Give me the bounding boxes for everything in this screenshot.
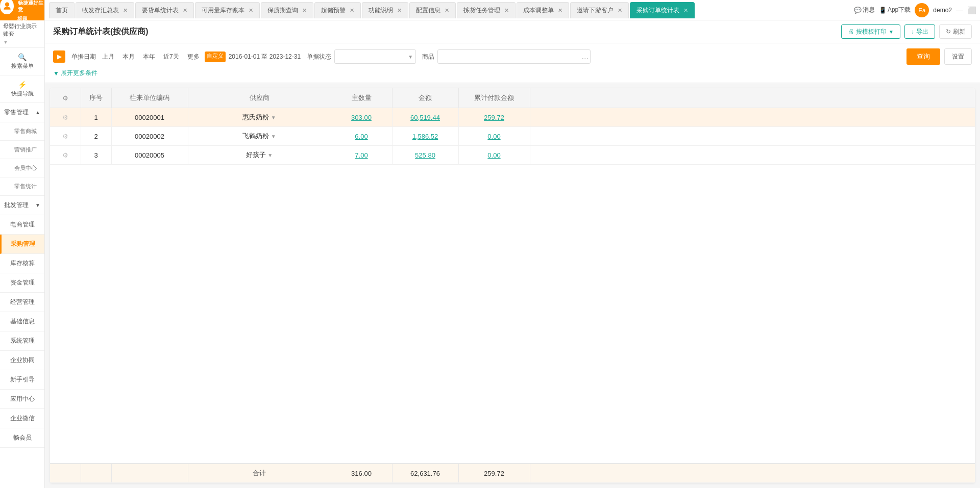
- supplier-expand-icon[interactable]: ▼: [271, 134, 276, 139]
- username-label[interactable]: demo2: [933, 7, 952, 14]
- settings-gear-icon[interactable]: ⚙: [62, 94, 68, 102]
- export-btn[interactable]: ↓ 导出: [904, 24, 935, 39]
- supplier-expand-icon[interactable]: ▼: [267, 152, 273, 158]
- cell-supplier-0[interactable]: 惠氏奶粉 ▼: [188, 108, 331, 127]
- sidebar-item-quick[interactable]: ⚡ 快捷导航: [0, 75, 44, 103]
- sidebar-item-cooperation[interactable]: 企业协同: [0, 351, 44, 370]
- tab-close-order-stats[interactable]: ✕: [183, 7, 187, 14]
- th-code: 往来单位编码: [111, 88, 188, 108]
- message-btn[interactable]: 💬 消息: [854, 6, 875, 14]
- shortcut-more[interactable]: 更多: [184, 52, 203, 62]
- sidebar-item-basic[interactable]: 基础信息: [0, 312, 44, 331]
- sidebar-item-vip[interactable]: 畅会员: [0, 428, 44, 448]
- cell-code-2: 00020005: [111, 146, 188, 165]
- tab-close-inventory-book[interactable]: ✕: [249, 7, 253, 14]
- tab-close-validity[interactable]: ✕: [302, 7, 307, 14]
- tab-close-invite[interactable]: ✕: [618, 7, 622, 14]
- tab-close-overstock[interactable]: ✕: [350, 7, 354, 14]
- tab-func-desc[interactable]: 功能说明 ✕: [362, 2, 408, 18]
- sidebar-item-finance[interactable]: 资金管理: [0, 273, 44, 293]
- date-range-display[interactable]: 2016-01-01 至 2023-12-31: [229, 53, 301, 61]
- window-minimize-btn[interactable]: —: [956, 6, 963, 14]
- sidebar-item-retail-stats[interactable]: 零售统计: [0, 177, 44, 196]
- table-row[interactable]: ⚙ 1 00020001 惠氏奶粉 ▼ 303.00 60,519.44 259…: [50, 108, 975, 127]
- status-select[interactable]: [334, 49, 416, 64]
- tab-validity[interactable]: 保质期查询 ✕: [261, 2, 313, 18]
- sidebar-item-search[interactable]: 🔍 搜索菜单: [0, 48, 44, 75]
- sidebar-item-appcenter[interactable]: 应用中心: [0, 390, 44, 409]
- user-avatar[interactable]: Ea: [915, 3, 929, 17]
- expand-more-btn[interactable]: ▼ 展开更多条件: [53, 69, 972, 78]
- sidebar-item-operations[interactable]: 经营管理: [0, 293, 44, 312]
- row-settings-icon[interactable]: ⚙: [62, 114, 68, 121]
- account-dropdown[interactable]: 母婴行业演示账套 ▼: [0, 20, 44, 48]
- settings-btn[interactable]: 设置: [944, 48, 972, 65]
- shortcut-this-year[interactable]: 本年: [140, 52, 158, 62]
- sidebar-item-guide[interactable]: 新手引导: [0, 370, 44, 390]
- cell-paid-1[interactable]: 0.00: [458, 127, 530, 146]
- tab-close-config[interactable]: ✕: [445, 7, 449, 14]
- sidebar-item-ecommerce[interactable]: 电商管理: [0, 215, 44, 235]
- cell-amount-2[interactable]: 525.80: [392, 146, 458, 165]
- tab-home[interactable]: 首页: [49, 2, 75, 18]
- tab-close-cost-adjust[interactable]: ✕: [558, 7, 562, 14]
- sidebar-item-inventory[interactable]: 库存核算: [0, 254, 44, 273]
- sidebar-item-retail-shop[interactable]: 零售商城: [0, 122, 44, 141]
- refresh-icon: ↻: [946, 28, 951, 35]
- table-row[interactable]: ⚙ 3 00020005 好孩子 ▼ 7.00 525.80 0.00: [50, 146, 975, 165]
- shortcut-7days[interactable]: 近7天: [160, 52, 182, 62]
- tab-config[interactable]: 配置信息 ✕: [409, 2, 456, 18]
- table-row[interactable]: ⚙ 2 00020002 飞鹤奶粉 ▼ 6.00 1,586.52 0.00: [50, 127, 975, 146]
- sidebar-item-wholesale[interactable]: 批发管理 ▼: [0, 196, 44, 215]
- cell-paid-2[interactable]: 0.00: [458, 146, 530, 165]
- sidebar-item-retail[interactable]: 零售管理 ▲: [0, 103, 44, 122]
- cell-qty-0[interactable]: 303.00: [331, 108, 392, 127]
- row-settings-icon[interactable]: ⚙: [62, 151, 68, 159]
- print-btn[interactable]: 🖨 按模板打印 ▼: [841, 24, 900, 39]
- cell-amount-0[interactable]: 60,519.44: [392, 108, 458, 127]
- cell-settings-2[interactable]: ⚙: [50, 146, 81, 165]
- goods-more-btn[interactable]: …: [581, 53, 589, 61]
- tab-cost-adjust[interactable]: 成本调整单 ✕: [517, 2, 569, 18]
- refresh-btn[interactable]: ↻ 刷新: [939, 24, 972, 39]
- sidebar-item-system[interactable]: 系统管理: [0, 331, 44, 351]
- retail-arrow: ▲: [35, 110, 40, 115]
- tab-invite[interactable]: 邀请下游客户 ✕: [570, 2, 629, 18]
- print-dropdown-arrow[interactable]: ▼: [889, 29, 894, 35]
- footer-paid: 259.72: [458, 464, 530, 483]
- shortcut-this-month[interactable]: 本月: [119, 52, 138, 62]
- cell-qty-2[interactable]: 7.00: [331, 146, 392, 165]
- th-paid: 累计付款金额: [458, 88, 530, 108]
- cell-amount-1[interactable]: 1,586.52: [392, 127, 458, 146]
- tab-close-task-mgmt[interactable]: ✕: [504, 7, 509, 14]
- tab-receive[interactable]: 收发存汇总表 ✕: [76, 2, 134, 18]
- tab-inventory-book[interactable]: 可用量库存账本 ✕: [195, 2, 260, 18]
- row-settings-icon[interactable]: ⚙: [62, 133, 68, 140]
- cell-supplier-2[interactable]: 好孩子 ▼: [188, 146, 331, 165]
- tab-close-receive[interactable]: ✕: [123, 7, 128, 14]
- sidebar-item-marketing[interactable]: 营销推广: [0, 141, 44, 159]
- sidebar-item-member[interactable]: 会员中心: [0, 159, 44, 177]
- filter-toggle-btn[interactable]: ▶: [53, 50, 65, 63]
- query-btn[interactable]: 查询: [906, 48, 940, 65]
- window-maximize-btn[interactable]: ⬜: [967, 6, 976, 14]
- th-settings[interactable]: ⚙: [50, 88, 81, 108]
- goods-input[interactable]: [437, 49, 591, 64]
- tab-overstock[interactable]: 超储预警 ✕: [314, 2, 361, 18]
- cell-paid-0[interactable]: 259.72: [458, 108, 530, 127]
- tab-close-func-desc[interactable]: ✕: [397, 7, 402, 14]
- sidebar-item-purchase[interactable]: 采购管理: [0, 235, 44, 254]
- tab-order-stats[interactable]: 要货单统计表 ✕: [135, 2, 194, 18]
- tab-close-purchase-stats[interactable]: ✕: [683, 7, 688, 14]
- tab-purchase-stats[interactable]: 采购订单统计表 ✕: [630, 2, 695, 18]
- supplier-expand-icon[interactable]: ▼: [271, 115, 276, 120]
- tab-task-mgmt[interactable]: 拣货任务管理 ✕: [457, 2, 516, 18]
- main-area: 首页 收发存汇总表 ✕ 要货单统计表 ✕ 可用量库存账本 ✕ 保质期查询 ✕ 超…: [45, 0, 980, 488]
- cell-settings-0[interactable]: ⚙: [50, 108, 81, 127]
- shortcut-last-month[interactable]: 上月: [99, 52, 117, 62]
- cell-qty-1[interactable]: 6.00: [331, 127, 392, 146]
- cell-settings-1[interactable]: ⚙: [50, 127, 81, 146]
- sidebar-item-wechat[interactable]: 企业微信: [0, 409, 44, 428]
- cell-supplier-1[interactable]: 飞鹤奶粉 ▼: [188, 127, 331, 146]
- app-download-btn[interactable]: 📱 App下载: [879, 6, 911, 14]
